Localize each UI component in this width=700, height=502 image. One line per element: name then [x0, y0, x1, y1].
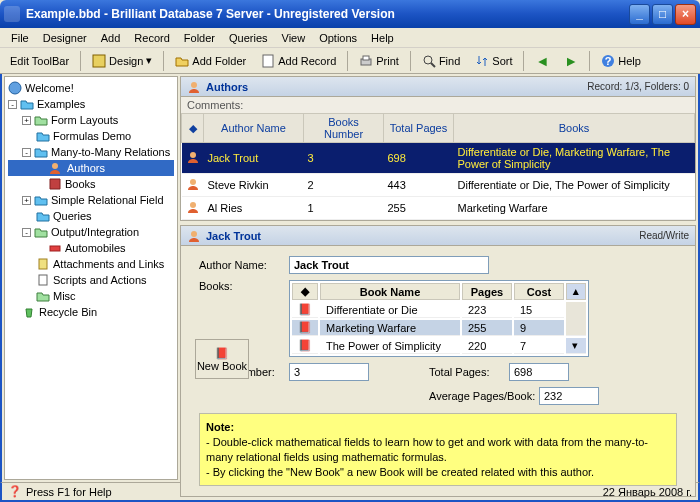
tree-scripts-actions[interactable]: Scripts and Actions [8, 272, 174, 288]
menu-file[interactable]: File [4, 30, 36, 46]
tree-examples[interactable]: -Examples [8, 96, 174, 112]
col-total-pages[interactable]: Total Pages [384, 114, 454, 143]
grid-row[interactable]: Jack Trout 3 698 Differentiate or Die, M… [182, 143, 695, 174]
svg-rect-0 [93, 55, 105, 67]
col-books[interactable]: Books [454, 114, 695, 143]
scroll-down-button[interactable]: ▾ [566, 338, 586, 354]
note-box: Note: - Double-click mathematical fields… [199, 413, 677, 486]
tree-misc[interactable]: Misc [8, 288, 174, 304]
tree-attachments-links[interactable]: Attachments and Links [8, 256, 174, 272]
close-button[interactable]: × [675, 4, 696, 25]
help-button[interactable]: ?Help [595, 51, 647, 71]
cell-num: 1 [304, 197, 384, 220]
col-icon[interactable]: ◆ [182, 114, 204, 143]
book-icon [48, 177, 62, 191]
nav-forward-button[interactable]: ► [558, 50, 584, 72]
add-record-button[interactable]: Add Record [255, 51, 342, 71]
folder-icon [36, 289, 50, 303]
book-row[interactable]: 📕The Power of Simplicity2207▾ [292, 338, 586, 354]
authors-grid[interactable]: ◆ Author Name Books Number Total Pages B… [181, 113, 695, 220]
tree-authors[interactable]: Authors [8, 160, 174, 176]
design-button[interactable]: Design ▾ [86, 51, 158, 71]
col-author-name[interactable]: Author Name [204, 114, 304, 143]
grid-row[interactable]: Steve Rivkin 2 443 Differentiate or Die,… [182, 174, 695, 197]
avg-pages-field[interactable] [539, 387, 599, 405]
note-line-1: - Double-click mathematical fields to le… [206, 436, 648, 463]
book-row[interactable]: 📕Marketing Warfare2559 [292, 320, 586, 336]
col-book-name[interactable]: Book Name [320, 283, 460, 300]
col-cost[interactable]: Cost [514, 283, 564, 300]
separator [163, 51, 164, 71]
total-pages-field[interactable] [509, 363, 569, 381]
author-name-field[interactable] [289, 256, 489, 274]
menu-options[interactable]: Options [312, 30, 364, 46]
record-plus-icon [261, 54, 275, 68]
title-bar: Example.bbd - Brilliant Database 7 Serve… [0, 0, 700, 28]
sort-icon [475, 54, 489, 68]
folder-icon [34, 145, 48, 159]
status-date: 22 Январь 2008 г. [603, 486, 692, 498]
grid-row[interactable]: Al Ries 1 255 Marketing Warfare [182, 197, 695, 220]
status-help-text: Press F1 for Help [26, 486, 112, 498]
detail-mode: Read/Write [639, 230, 689, 241]
recycle-icon [22, 305, 36, 319]
expand-icon[interactable]: + [22, 196, 31, 205]
folder-icon [34, 225, 48, 239]
menu-designer[interactable]: Designer [36, 30, 94, 46]
tree-simple-relational[interactable]: +Simple Relational Field [8, 192, 174, 208]
minimize-button[interactable]: _ [629, 4, 650, 25]
books-subgrid[interactable]: ◆ Book Name Pages Cost ▴ 📕Differentiate … [289, 280, 589, 357]
menu-queries[interactable]: Queries [222, 30, 275, 46]
author-name-label: Author Name: [199, 259, 289, 271]
arrow-right-icon: ► [564, 53, 578, 69]
person-icon [186, 200, 200, 214]
nav-back-button[interactable]: ◄ [529, 50, 555, 72]
menu-help[interactable]: Help [364, 30, 401, 46]
tree-welcome[interactable]: Welcome! [8, 80, 174, 96]
book-icon: 📕 [298, 339, 312, 351]
menu-folder[interactable]: Folder [177, 30, 222, 46]
expand-icon[interactable]: + [22, 116, 31, 125]
books-number-field[interactable] [289, 363, 369, 381]
person-icon [48, 161, 62, 175]
tree-output-integration[interactable]: -Output/Integration [8, 224, 174, 240]
cell-pages: 698 [384, 143, 454, 174]
toolbar: Edit ToolBar Design ▾ Add Folder Add Rec… [0, 48, 700, 74]
printer-icon [359, 54, 373, 68]
book-row[interactable]: 📕Differentiate or Die22315 [292, 302, 586, 318]
help-hint-icon: ❓ [8, 485, 22, 498]
tree-recycle-bin[interactable]: Recycle Bin [8, 304, 174, 320]
sort-button[interactable]: Sort [469, 51, 518, 71]
tree-automobiles[interactable]: Automobiles [8, 240, 174, 256]
tree-form-layouts[interactable]: +Form Layouts [8, 112, 174, 128]
tree-queries[interactable]: Queries [8, 208, 174, 224]
col-icon[interactable]: ◆ [292, 283, 318, 300]
col-books-number[interactable]: Books Number [304, 114, 384, 143]
tree-formulas-demo[interactable]: Formulas Demo [8, 128, 174, 144]
print-button[interactable]: Print [353, 51, 405, 71]
add-folder-button[interactable]: Add Folder [169, 51, 252, 71]
edit-toolbar-button[interactable]: Edit ToolBar [4, 52, 75, 70]
tree-m2m[interactable]: -Many-to-Many Relations [8, 144, 174, 160]
record-status: Record: 1/3, Folders: 0 [587, 81, 689, 92]
collapse-icon[interactable]: - [22, 228, 31, 237]
nav-tree[interactable]: Welcome! -Examples +Form Layouts Formula… [4, 76, 178, 480]
maximize-button[interactable]: □ [652, 4, 673, 25]
window-title: Example.bbd - Brilliant Database 7 Serve… [26, 7, 627, 21]
scroll-up-button[interactable]: ▴ [566, 283, 586, 300]
folder-icon [34, 113, 48, 127]
author-detail-panel: Jack Trout Read/Write Author Name: Books… [180, 225, 696, 497]
tree-books[interactable]: Books [8, 176, 174, 192]
person-icon [187, 229, 201, 243]
collapse-icon[interactable]: - [8, 100, 17, 109]
find-button[interactable]: Find [416, 51, 466, 71]
svg-point-13 [191, 82, 197, 88]
menu-add[interactable]: Add [94, 30, 128, 46]
new-book-button[interactable]: 📕 New Book [195, 339, 249, 379]
svg-point-16 [190, 202, 196, 208]
note-title: Note: [206, 421, 234, 433]
menu-view[interactable]: View [275, 30, 313, 46]
menu-record[interactable]: Record [127, 30, 176, 46]
collapse-icon[interactable]: - [22, 148, 31, 157]
col-pages[interactable]: Pages [462, 283, 512, 300]
